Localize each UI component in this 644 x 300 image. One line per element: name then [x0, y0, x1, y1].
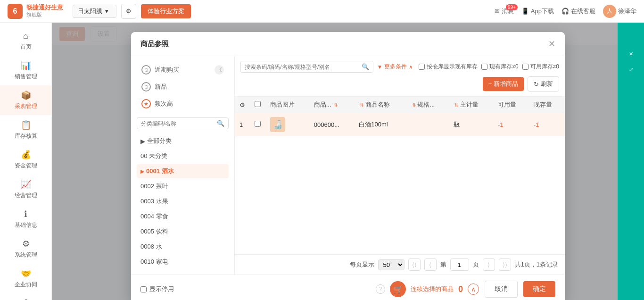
category-item-0008[interactable]: 0008 水 [137, 240, 229, 254]
more-conditions-button[interactable]: ▼ 更多条件 ∧ [377, 63, 413, 71]
category-label-0005: 0005 饮料 [140, 227, 168, 236]
app-download-button[interactable]: 📱 App下载 [521, 7, 554, 16]
prev-page-button[interactable]: ⟨ [424, 258, 437, 271]
sort-code-icon: ⇅ [334, 102, 338, 108]
sidebar-item-purchase[interactable]: 📦 采购管理 [0, 85, 51, 115]
category-item-00[interactable]: 00 未分类 [137, 149, 229, 163]
th-code[interactable]: 商品... ⇅ [309, 97, 355, 113]
select-all-checkbox[interactable] [255, 101, 261, 107]
sidebar-item-inventory[interactable]: 📋 库存核算 [0, 115, 51, 145]
tab-new[interactable]: ⊙ 新品 [137, 79, 229, 95]
finance-icon: 💰 [21, 150, 31, 160]
collapse-cart-button[interactable]: ∧ [468, 283, 479, 295]
service-button[interactable]: 🎧 在线客服 [561, 7, 595, 16]
th-unit[interactable]: ⇅ 主计量 [449, 97, 493, 113]
category-item-0010[interactable]: 0010 家电 [137, 255, 229, 269]
category-search[interactable]: 🔍 [137, 117, 229, 129]
modal-close-button[interactable]: ✕ [548, 39, 555, 49]
th-name[interactable]: ⇅ 商品名称 [354, 97, 406, 113]
sidebar-label-collab: 企业协同 [15, 281, 37, 289]
page-input[interactable] [450, 258, 469, 271]
logo-icon: 6 [8, 4, 23, 19]
messages-button[interactable]: ✉ 消息 99+ [495, 7, 514, 16]
product-table: ⚙ 商品图片 商品... ⇅ ⇅ [235, 97, 565, 136]
topbar-right: ✉ 消息 99+ 📱 App下载 🎧 在线客服 人 徐泽华 [495, 5, 636, 18]
sidebar-item-home[interactable]: ⌂ 首页 [0, 26, 51, 56]
sidebar-item-collab[interactable]: 🤝 企业协同 [0, 264, 51, 293]
cancel-button[interactable]: 取消 [485, 281, 518, 298]
filter-stock-label: 现有库存≠0 [489, 63, 518, 71]
th-unit-label: 主计量 [460, 101, 479, 108]
cart-area: ? 🛒 连续选择的商品 0 ∧ [376, 281, 479, 297]
tab-frequent[interactable]: ★ 频次高 [137, 96, 229, 112]
last-page-button[interactable]: ⟩⟩ [499, 258, 511, 271]
tab-frequent-label: 频次高 [155, 100, 173, 108]
th-settings[interactable]: ⚙ [235, 97, 250, 113]
th-spec[interactable]: ⇅ 规格... [406, 97, 449, 113]
sidebar-item-finance[interactable]: 💰 资金管理 [0, 145, 51, 175]
category-item-0002[interactable]: 0002 茶叶 [137, 179, 229, 193]
filter-warehouse-checkbox[interactable] [419, 64, 425, 70]
sidebar-collapse-button[interactable]: 《 [215, 65, 224, 75]
filter-available-checkbox[interactable] [522, 64, 528, 70]
first-page-button[interactable]: ⟨⟨ [408, 258, 421, 271]
sales-icon: 📊 [21, 60, 31, 71]
category-search-input[interactable] [141, 120, 217, 127]
teal-close-button[interactable]: ✕ [629, 51, 633, 57]
sidebar-label-system: 系统管理 [15, 251, 37, 259]
category-item-0004[interactable]: 0004 零食 [137, 209, 229, 224]
teal-expand-button[interactable]: ⤢ [629, 67, 633, 73]
row-name: 白酒100ml [354, 113, 406, 136]
row-checkbox[interactable] [250, 113, 265, 136]
table-header-row: ⚙ 商品图片 商品... ⇅ ⇅ [235, 97, 565, 113]
filter-stock-checkbox[interactable] [481, 64, 487, 70]
show-disabled-checkbox[interactable] [140, 286, 147, 292]
more-conditions-label: 更多条件 [384, 63, 407, 71]
sidebar-item-business[interactable]: 📈 经营管理 [0, 175, 51, 204]
row-image: 🍶 [265, 113, 309, 136]
show-disabled-label: 显示停用 [149, 285, 174, 293]
search-icon: 🔍 [362, 63, 369, 70]
app-label: App下载 [531, 7, 554, 16]
refresh-button[interactable]: ↻ 刷新 [528, 76, 559, 92]
next-page-button[interactable]: ⟩ [483, 258, 495, 271]
category-item-0001[interactable]: ▶ 0001 酒水 [137, 164, 229, 178]
topbar: 6 畅捷通好生意 旗舰版 日太阳膜 ▾ ⚙ 体验行业方案 ✉ 消息 99+ 📱 … [0, 0, 644, 23]
per-page-select[interactable]: 50 100 200 [378, 259, 405, 270]
row-available: -1 [493, 113, 529, 136]
table-row[interactable]: 1 🍶 000600... 白酒100ml 瓶 [235, 113, 565, 136]
add-product-button[interactable]: + 新增商品 [483, 77, 524, 91]
sidebar-label-home: 首页 [20, 43, 32, 51]
sidebar-item-guide[interactable]: 🎓 新手引导 [0, 293, 51, 300]
teal-strip: ✕ ⤢ [618, 23, 644, 300]
store-dropdown[interactable]: 日太阳膜 ▾ [73, 5, 116, 18]
chevron-up-icon: ∧ [409, 64, 413, 70]
product-search-input[interactable] [245, 64, 362, 70]
user-area[interactable]: 人 徐泽华 [603, 5, 636, 18]
show-disabled-wrap[interactable]: 显示停用 [140, 285, 174, 293]
category-label-0002: 0002 茶叶 [140, 182, 168, 191]
help-icon[interactable]: ? [376, 284, 385, 294]
sidebar-item-basic[interactable]: ℹ 基础信息 [0, 204, 51, 234]
gear-button[interactable]: ⚙ [121, 4, 136, 19]
th-checkbox[interactable] [250, 97, 265, 113]
th-spec-label: 规格... [417, 101, 435, 108]
row-select-checkbox[interactable] [255, 121, 261, 127]
filter-warehouse[interactable]: 按仓库显示现有库存 [419, 63, 478, 71]
page-content: 查询 设置 ✕ ⤢ 商品参照 ✕ [52, 23, 644, 300]
tab-recent[interactable]: ⊙ 近期购买 《 [137, 62, 229, 78]
filter-stock-neq0[interactable]: 现有库存≠0 [481, 63, 518, 71]
sidebar-item-system[interactable]: ⚙ 系统管理 [0, 234, 51, 264]
sidebar-label-basic: 基础信息 [15, 221, 37, 229]
category-item-all[interactable]: ▶ 全部分类 [137, 134, 229, 148]
filter-warehouse-label: 按仓库显示现有库存 [427, 63, 478, 71]
product-search-wrap[interactable]: 🔍 [240, 61, 373, 73]
sidebar-item-sales[interactable]: 📊 销售管理 [0, 56, 51, 85]
experience-button[interactable]: 体验行业方案 [141, 4, 191, 18]
filter-available-neq0[interactable]: 可用库存≠0 [522, 63, 559, 71]
confirm-button[interactable]: 确定 [523, 281, 555, 297]
category-item-0005[interactable]: 0005 饮料 [137, 225, 229, 239]
cart-icon-button[interactable]: 🛒 [390, 281, 406, 297]
category-item-0003[interactable]: 0003 水果 [137, 194, 229, 208]
sidebar-label-finance: 资金管理 [15, 162, 37, 170]
